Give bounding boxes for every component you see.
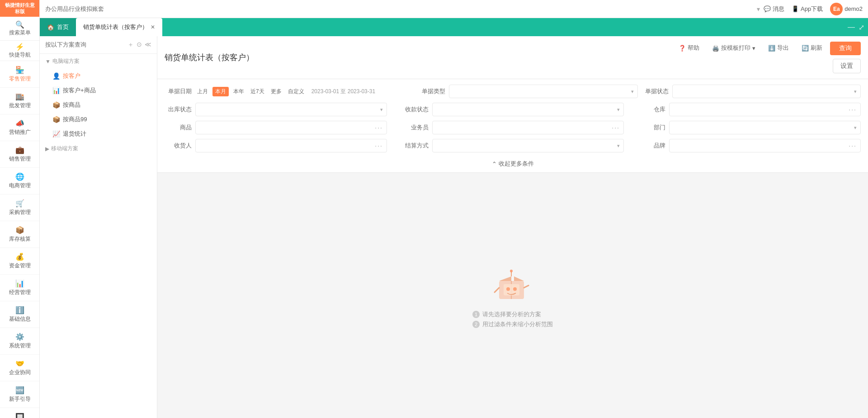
- retail-icon: 🏪: [15, 66, 24, 74]
- sidebar-item-newbie[interactable]: 🆕 新手引导: [0, 381, 39, 408]
- date-label: 单据日期: [165, 87, 192, 95]
- newbie-icon: 🆕: [15, 386, 24, 394]
- print-dropdown-icon: ▾: [752, 45, 755, 52]
- help-btn[interactable]: ❓ 帮助: [675, 42, 703, 54]
- goods-control[interactable]: ···: [195, 121, 387, 134]
- sidebar-item-wholesale[interactable]: 🏬 批发管理: [0, 88, 39, 114]
- goods-label: 商品: [165, 124, 192, 132]
- tab-home[interactable]: 🏠 首页: [40, 18, 76, 36]
- sidebar-item-marketing[interactable]: 📣 营销推广: [0, 114, 39, 141]
- print-btn[interactable]: 🖨️ 按模板打印 ▾: [708, 42, 760, 54]
- customer-goods-icon: 📊: [52, 87, 60, 94]
- tab-expand-icon[interactable]: ⤢: [859, 23, 864, 32]
- voucher-type-control[interactable]: ▾: [449, 85, 637, 98]
- date-shortcuts: 上月 本月 本年 近7天 更多 自定义: [195, 87, 306, 96]
- add-scheme-icon[interactable]: ＋: [127, 41, 134, 49]
- voucher-status-label: 单据状态: [642, 87, 669, 95]
- settlement-control[interactable]: ▾: [432, 139, 624, 152]
- query-button[interactable]: 查询: [830, 42, 861, 55]
- right-panel: 销货单统计表（按客户） ❓ 帮助 🖨️ 按模板打印 ▾: [157, 36, 868, 418]
- receiver-control[interactable]: ···: [195, 139, 387, 152]
- tree-item-goods[interactable]: 📦 按商品: [40, 98, 157, 112]
- tab-minimize-icon[interactable]: —: [848, 23, 855, 31]
- return-icon: 📈: [52, 130, 60, 138]
- tree-expand-icon: ▼: [45, 58, 51, 65]
- collection-status-label: 收款状态: [401, 105, 429, 114]
- main-area: 办公用品行业模拟账套 ▾ 💬 消息 📱 App下载 Ea demo2 🏠 首页 …: [40, 0, 868, 418]
- export-btn[interactable]: ⬇️ 导出: [764, 42, 793, 54]
- salesman-dots: ···: [612, 124, 620, 131]
- sidebar-item-system[interactable]: ⚙️ 系统管理: [0, 328, 39, 355]
- department-arrow: ▾: [854, 125, 857, 131]
- settings-scheme-icon[interactable]: ⊙: [137, 41, 142, 49]
- avatar: Ea: [830, 3, 843, 15]
- sidebar-item-operation[interactable]: 📊 经营管理: [0, 275, 39, 301]
- voucher-type-arrow: ▾: [631, 89, 634, 95]
- sidebar-shortcut[interactable]: ⚡ 快捷导航: [0, 41, 39, 61]
- shortcut-more[interactable]: 更多: [269, 87, 283, 96]
- department-control[interactable]: ▾: [669, 121, 861, 134]
- app-download-btn[interactable]: 📱 App下载: [792, 5, 823, 13]
- industry-title: 办公用品行业模拟账套: [45, 5, 753, 13]
- warehouse-control[interactable]: ···: [669, 103, 861, 116]
- sidebar-search[interactable]: 🔍 搜索菜单: [0, 17, 39, 41]
- set-button[interactable]: 设置: [833, 59, 861, 73]
- user-menu[interactable]: Ea demo2: [830, 3, 863, 15]
- shortcut-lastmonth[interactable]: 上月: [195, 87, 210, 96]
- svg-line-9: [495, 288, 499, 292]
- date-range: 2023-03-01 至 2023-03-31: [311, 88, 375, 95]
- app-download-icon: 📱: [792, 5, 799, 12]
- marketing-icon: 📣: [15, 119, 24, 128]
- content: 按以下方案查询 ＋ ⊙ ≪ ▼ 电脑端方案 👤 按客户 📊 按客户+商品: [40, 36, 868, 418]
- collection-status-control[interactable]: ▾: [432, 103, 624, 116]
- dropdown-icon[interactable]: ▾: [757, 5, 760, 13]
- app-logo[interactable]: 畅捷情好生意 标版: [0, 0, 40, 17]
- brand-control[interactable]: ···: [669, 139, 861, 152]
- sidebar-item-purchase[interactable]: 🛒 采购管理: [0, 195, 39, 221]
- sidebar-item-appcenter[interactable]: 🔲 应用中心: [0, 408, 39, 418]
- tree-item-goods99[interactable]: 📦 按商品99: [40, 112, 157, 127]
- refresh-icon: 🔄: [802, 45, 809, 52]
- filter-row-receiver: 收货人 ··· 结算方式 ▾ 品牌 ···: [165, 139, 861, 152]
- appcenter-icon: 🔲: [15, 413, 24, 418]
- shortcut-thismonth[interactable]: 本月: [212, 87, 229, 96]
- tree-group-pc[interactable]: ▼ 电脑端方案: [40, 54, 157, 69]
- warehouse-dots: ···: [849, 106, 857, 113]
- sidebar-item-finance[interactable]: 💰 资金管理: [0, 248, 39, 275]
- collapse-btn[interactable]: ⌃ 收起更多条件: [165, 157, 861, 172]
- tab-close-icon[interactable]: ✕: [151, 24, 155, 30]
- sidebar-item-enterprise[interactable]: 🤝 企业协同: [0, 355, 39, 381]
- tree-item-customer[interactable]: 👤 按客户: [40, 69, 157, 83]
- enterprise-icon: 🤝: [15, 359, 24, 368]
- refresh-btn[interactable]: 🔄 刷新: [797, 42, 826, 54]
- tree-item-customer-goods[interactable]: 📊 按客户+商品: [40, 83, 157, 98]
- stock-status-control[interactable]: ▾: [195, 103, 387, 116]
- warehouse-label: 仓库: [638, 105, 665, 114]
- svg-point-6: [513, 287, 517, 291]
- collapse-panel-icon[interactable]: ≪: [145, 41, 151, 49]
- tree-item-return[interactable]: 📈 退货统计: [40, 127, 157, 141]
- brand-label: 品牌: [638, 142, 665, 150]
- stock-arrow: ▾: [380, 107, 383, 113]
- data-area: 1 请先选择要分析的方案 2 用过滤条件来缩小分析范围: [157, 173, 868, 418]
- sidebar-item-retail[interactable]: 🏪 零售管理: [0, 61, 39, 88]
- shortcut-7days[interactable]: 近7天: [249, 87, 266, 96]
- voucher-status-control[interactable]: ▾: [672, 85, 861, 98]
- sidebar-item-inventory[interactable]: 📦 库存核算: [0, 221, 39, 248]
- message-btn[interactable]: 💬 消息: [764, 5, 784, 13]
- sidebar-item-sales[interactable]: 💼 销售管理: [0, 141, 39, 168]
- tree-group-mobile[interactable]: ▶ 移动端方案: [40, 141, 157, 156]
- hint-list: 1 请先选择要分析的方案 2 用过滤条件来缩小分析范围: [472, 310, 553, 330]
- shortcut-custom[interactable]: 自定义: [286, 87, 306, 96]
- system-icon: ⚙️: [15, 332, 24, 341]
- wholesale-icon: 🏬: [15, 92, 24, 101]
- customer-icon: 👤: [52, 72, 60, 80]
- brand-dots: ···: [849, 142, 857, 149]
- tab-report[interactable]: 销货单统计表（按客户） ✕: [76, 18, 162, 36]
- goods-icon: 📦: [52, 101, 60, 109]
- shortcut-thisyear[interactable]: 本年: [231, 87, 246, 96]
- page-header: 销货单统计表（按客户） ❓ 帮助 🖨️ 按模板打印 ▾: [157, 36, 868, 79]
- salesman-control[interactable]: ···: [432, 121, 624, 134]
- sidebar-item-ecom[interactable]: 🌐 电商管理: [0, 168, 39, 195]
- sidebar-item-basic[interactable]: ℹ️ 基础信息: [0, 301, 39, 328]
